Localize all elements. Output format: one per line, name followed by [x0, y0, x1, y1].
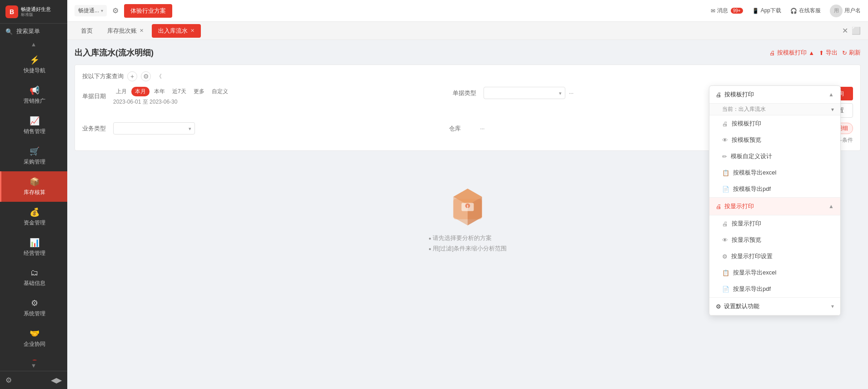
business-type-select[interactable] [113, 122, 195, 135]
display-section-label: 按显示打印 [724, 202, 754, 210]
refresh-button[interactable]: ↻ 刷新 [842, 49, 861, 57]
sidebar-item-label: 库存核算 [24, 189, 45, 196]
filter-setting-button[interactable]: ⚙ [141, 71, 151, 81]
empty-tips: 请先选择要分析的方案 用[过滤]条件来缩小分析范围 [429, 233, 507, 254]
template-excel-item[interactable]: 📋 按模板导出excel [709, 165, 840, 181]
filter-collapse-icon[interactable]: 《 [156, 73, 162, 80]
message-icon: ✉ [711, 8, 715, 14]
print-template-label: 按模板打印 [777, 49, 807, 57]
message-button[interactable]: ✉ 消息 99+ [711, 7, 743, 15]
message-label: 消息 [717, 7, 728, 15]
sidebar-item-basic[interactable]: 🗂 基础信息 [0, 263, 67, 293]
sidebar-item-finance[interactable]: 💰 资金管理 [0, 202, 67, 232]
template-custom-label: 模板自定义设计 [731, 152, 772, 160]
section2-arrow-icon: ▲ [828, 203, 834, 209]
header-dropdown-icon: ▾ [101, 8, 103, 13]
date-range: 2023-06-01 至 2023-06-30 [113, 98, 231, 106]
sidebar-item-label: 资金管理 [24, 219, 45, 227]
tab-flow-close[interactable]: ✕ [190, 28, 195, 34]
date-area: 上月 本月 本年 近7天 更多 自定义 2023-06-01 至 2023-06… [113, 87, 231, 106]
display-pdf-item[interactable]: 📄 按显示导出pdf [709, 281, 840, 297]
display-preview-label: 按显示预览 [732, 236, 761, 244]
doc-type-more-btn[interactable]: ··· [569, 90, 574, 96]
display-excel-item[interactable]: 📋 按显示导出excel [709, 264, 840, 281]
avatar-name: 用户名 [844, 7, 861, 15]
sidebar-item-shortcut[interactable]: ⚡ 快捷导航 [0, 50, 67, 80]
tab-home[interactable]: 首页 [75, 24, 99, 38]
date-tab-last-month[interactable]: 上月 [113, 87, 130, 96]
sidebar-item-system[interactable]: ⚙ 系统管理 [0, 293, 67, 323]
template-pdf-item[interactable]: 📄 按模板导出pdf [709, 181, 840, 197]
section1-arrow-icon: ▲ [828, 91, 834, 98]
search-icon: 🔍 [5, 28, 13, 35]
current-template-label: 当前：出入库流水 [722, 105, 766, 113]
header-gear-icon[interactable]: ⚙ [112, 6, 119, 15]
display-print-icon: 🖨 [716, 203, 722, 210]
sidebar-item-marketing[interactable]: 📢 营销推广 [0, 80, 67, 110]
warehouse-more-btn[interactable]: ··· [480, 125, 484, 132]
display-excel-icon: 📋 [722, 269, 729, 276]
sidebar-scroll-up[interactable]: ▲ [0, 39, 67, 50]
trial-button[interactable]: 体验行业方案 [124, 4, 172, 18]
sidebar-search[interactable]: 🔍 搜索菜单 [0, 24, 67, 39]
display-preview-item[interactable]: 👁 按显示预览 [709, 232, 840, 248]
template-pdf-label: 按模板导出pdf [733, 185, 771, 193]
date-tab-7-days[interactable]: 近7天 [170, 87, 189, 96]
settings-icon[interactable]: ⚙ [5, 376, 12, 384]
tab-home-label: 首页 [81, 27, 93, 35]
sidebar-item-label: 销售管理 [24, 128, 45, 135]
window-close-btn[interactable]: ✕ [842, 26, 848, 35]
sidebar-item-label: 经营管理 [24, 249, 45, 257]
user-avatar-area[interactable]: 用 用户名 [830, 5, 861, 17]
excel-icon: 📋 [722, 170, 729, 176]
refresh-label: 刷新 [849, 49, 861, 57]
page-actions: 🖨 按模板打印 ▲ ⬆ 导出 ↻ 刷新 [769, 49, 861, 57]
sidebar-item-purchase[interactable]: 🛒 采购管理 [0, 141, 67, 171]
date-tab-current-month[interactable]: 本月 [131, 87, 150, 96]
doc-type-select[interactable] [484, 87, 565, 99]
display-print-item-icon: 🖨 [722, 220, 728, 227]
app-download-button[interactable]: 📱 App下载 [752, 7, 781, 15]
template-print-item[interactable]: 🖨 按模板打印 [709, 115, 840, 132]
message-badge: 99+ [731, 8, 743, 14]
sidebar-item-inventory[interactable]: 📦 库存核算 [0, 171, 67, 202]
online-service-button[interactable]: 🎧 在线客服 [790, 7, 821, 15]
page-header: 出入库流水(流水明细) 🖨 按模板打印 ▲ ⬆ 导出 ↻ 刷新 [75, 47, 861, 58]
sidebar-item-coop[interactable]: 🤝 企业协同 [0, 323, 67, 354]
collapse-sidebar-icon[interactable]: ◀▶ [51, 376, 62, 384]
header-user-selector[interactable]: 畅捷通... ▾ [75, 5, 107, 16]
sidebar-item-label: 采购管理 [24, 158, 45, 166]
display-settings-item[interactable]: ⚙ 按显示打印设置 [709, 248, 840, 264]
purchase-icon: 🛒 [30, 146, 40, 156]
sidebar-item-guide[interactable]: 🎯 新手引导 [0, 354, 67, 360]
sidebar-scroll-down[interactable]: ▼ [0, 360, 67, 371]
print-template-button[interactable]: 🖨 按模板打印 ▲ [769, 49, 814, 57]
sidebar-item-label: 快捷导航 [24, 67, 45, 75]
tab-flow[interactable]: 出入库流水 ✕ [152, 24, 201, 38]
date-tab-more[interactable]: 更多 [191, 87, 207, 96]
filter-add-button[interactable]: + [127, 71, 137, 81]
template-custom-item[interactable]: ✏ 模板自定义设计 [709, 148, 840, 165]
display-preview-icon: 👁 [722, 237, 728, 244]
date-tab-custom[interactable]: 自定义 [209, 87, 231, 96]
display-pdf-label: 按显示导出pdf [733, 285, 771, 293]
template-print-section-header[interactable]: 🖨 按模板打印 ▲ [709, 86, 840, 104]
tab-batch[interactable]: 库存批次账 ✕ [101, 24, 150, 38]
display-print-item[interactable]: 🖨 按显示打印 [709, 215, 840, 232]
coop-icon: 🤝 [30, 329, 40, 339]
display-settings-label: 按显示打印设置 [731, 252, 773, 260]
warehouse-label: 仓库 [449, 125, 476, 133]
sidebar-item-operation[interactable]: 📊 经营管理 [0, 232, 67, 263]
printer-icon: 🖨 [769, 50, 775, 56]
preview-icon: 👁 [722, 137, 728, 144]
tab-batch-close[interactable]: ✕ [140, 28, 144, 34]
date-tab-current-year[interactable]: 本年 [151, 87, 168, 96]
default-settings-section-header[interactable]: ⚙ 设置默认功能 ▾ [709, 298, 840, 315]
display-print-section-header[interactable]: 🖨 按显示打印 ▲ [709, 198, 840, 215]
header-right: ✉ 消息 99+ 📱 App下载 🎧 在线客服 用 用户名 [711, 5, 861, 17]
template-preview-item[interactable]: 👁 按模板预览 [709, 132, 840, 148]
window-maximize-btn[interactable]: ⬜ [852, 26, 861, 35]
sidebar-item-sales[interactable]: 📈 销售管理 [0, 110, 67, 141]
filter-date-field: 单据日期 上月 本月 本年 近7天 更多 自定义 2023-06-01 至 20… [82, 87, 445, 106]
export-button[interactable]: ⬆ 导出 [819, 49, 838, 57]
